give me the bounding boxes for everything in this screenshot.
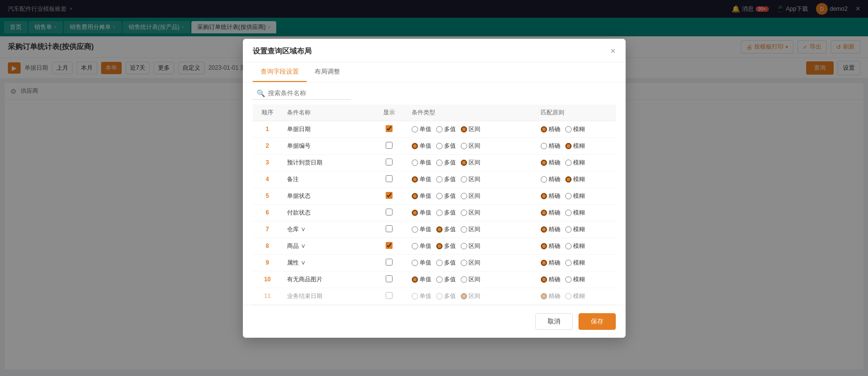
display-checkbox[interactable] (386, 292, 393, 299)
radio-match-exact[interactable]: 精确 (541, 209, 560, 217)
radio-match-fuzzy[interactable]: 模糊 (565, 125, 585, 134)
row-display[interactable] (372, 271, 407, 288)
display-checkbox[interactable] (386, 192, 393, 199)
radio-type-range[interactable]: 区间 (461, 292, 480, 300)
search-input[interactable] (268, 89, 342, 97)
row-match-rule[interactable]: 精确模糊 (536, 171, 615, 188)
radio-match-fuzzy[interactable]: 模糊 (565, 242, 585, 250)
radio-type-multi[interactable]: 多值 (436, 209, 456, 217)
radio-match-exact[interactable]: 精确 (541, 142, 560, 150)
display-checkbox[interactable] (386, 242, 393, 249)
radio-type-range[interactable]: 区间 (461, 159, 480, 167)
row-display[interactable] (372, 238, 407, 254)
radio-type-multi[interactable]: 多值 (436, 192, 456, 200)
radio-type-single[interactable]: 单值 (412, 142, 431, 150)
radio-match-fuzzy[interactable]: 模糊 (565, 159, 585, 167)
radio-match-exact[interactable]: 精确 (541, 125, 560, 134)
radio-match-exact[interactable]: 精确 (541, 192, 560, 200)
radio-type-multi[interactable]: 多值 (436, 259, 456, 267)
row-display[interactable] (372, 121, 407, 137)
radio-type-range[interactable]: 区间 (461, 125, 480, 134)
row-display[interactable] (372, 154, 407, 171)
radio-type-single[interactable]: 单值 (412, 242, 431, 250)
radio-type-single[interactable]: 单值 (412, 159, 431, 167)
radio-match-fuzzy[interactable]: 模糊 (565, 192, 585, 200)
radio-match-exact[interactable]: 精确 (541, 275, 560, 284)
row-display[interactable] (372, 188, 407, 204)
radio-match-fuzzy[interactable]: 模糊 (565, 175, 585, 184)
radio-match-exact[interactable]: 精确 (541, 175, 560, 184)
cancel-button[interactable]: 取消 (535, 313, 573, 330)
radio-type-multi[interactable]: 多值 (436, 292, 456, 300)
row-display[interactable] (372, 171, 407, 188)
row-match-rule[interactable]: 精确模糊 (536, 271, 615, 288)
display-checkbox[interactable] (386, 275, 393, 282)
radio-type-single[interactable]: 单值 (412, 259, 431, 267)
row-condition-type[interactable]: 单值多值区间 (407, 288, 536, 304)
row-match-rule[interactable]: 精确模糊 (536, 121, 615, 137)
row-match-rule[interactable]: 精确模糊 (536, 204, 615, 221)
row-display[interactable] (372, 288, 407, 304)
display-checkbox[interactable] (386, 159, 393, 165)
radio-match-exact[interactable]: 精确 (541, 225, 560, 234)
radio-type-range[interactable]: 区间 (461, 192, 480, 200)
row-display[interactable] (372, 204, 407, 221)
row-match-rule[interactable]: 精确模糊 (536, 238, 615, 254)
radio-type-multi[interactable]: 多值 (436, 125, 456, 134)
row-condition-type[interactable]: 单值多值区间 (407, 171, 536, 188)
display-checkbox[interactable] (386, 125, 393, 132)
radio-type-range[interactable]: 区间 (461, 142, 480, 150)
radio-type-multi[interactable]: 多值 (436, 159, 456, 167)
radio-type-range[interactable]: 区间 (461, 242, 480, 250)
radio-type-range[interactable]: 区间 (461, 209, 480, 217)
radio-type-single[interactable]: 单值 (412, 175, 431, 184)
radio-type-single[interactable]: 单值 (412, 225, 431, 234)
row-match-rule[interactable]: 精确模糊 (536, 137, 615, 154)
display-checkbox[interactable] (386, 225, 393, 232)
radio-match-exact[interactable]: 精确 (541, 292, 560, 300)
dialog-tab-layout[interactable]: 布局调整 (307, 62, 348, 82)
radio-match-fuzzy[interactable]: 模糊 (565, 259, 585, 267)
radio-match-fuzzy[interactable]: 模糊 (565, 292, 585, 300)
row-condition-type[interactable]: 单值多值区间 (407, 121, 536, 137)
radio-type-single[interactable]: 单值 (412, 275, 431, 284)
radio-type-multi[interactable]: 多值 (436, 175, 456, 184)
row-condition-type[interactable]: 单值多值区间 (407, 221, 536, 238)
radio-type-range[interactable]: 区间 (461, 275, 480, 284)
radio-type-multi[interactable]: 多值 (436, 225, 456, 234)
radio-type-single[interactable]: 单值 (412, 209, 431, 217)
radio-match-exact[interactable]: 精确 (541, 242, 560, 250)
row-match-rule[interactable]: 精确模糊 (536, 154, 615, 171)
row-display[interactable] (372, 137, 407, 154)
radio-match-fuzzy[interactable]: 模糊 (565, 225, 585, 234)
row-display[interactable] (372, 221, 407, 238)
radio-type-range[interactable]: 区间 (461, 175, 480, 184)
row-match-rule[interactable]: 精确模糊 (536, 188, 615, 204)
row-match-rule[interactable]: 精确模糊 (536, 288, 615, 304)
radio-type-range[interactable]: 区间 (461, 225, 480, 234)
radio-match-fuzzy[interactable]: 模糊 (565, 142, 585, 150)
row-display[interactable] (372, 254, 407, 271)
row-condition-type[interactable]: 单值多值区间 (407, 254, 536, 271)
radio-match-exact[interactable]: 精确 (541, 259, 560, 267)
row-condition-type[interactable]: 单值多值区间 (407, 154, 536, 171)
display-checkbox[interactable] (386, 175, 393, 182)
radio-type-multi[interactable]: 多值 (436, 142, 456, 150)
row-condition-type[interactable]: 单值多值区间 (407, 271, 536, 288)
row-condition-type[interactable]: 单值多值区间 (407, 238, 536, 254)
row-condition-type[interactable]: 单值多值区间 (407, 188, 536, 204)
radio-type-multi[interactable]: 多值 (436, 275, 456, 284)
display-checkbox[interactable] (386, 259, 393, 266)
radio-type-single[interactable]: 单值 (412, 292, 431, 300)
display-checkbox[interactable] (386, 142, 393, 149)
radio-type-multi[interactable]: 多值 (436, 242, 456, 250)
row-match-rule[interactable]: 精确模糊 (536, 221, 615, 238)
save-button[interactable]: 保存 (579, 313, 616, 330)
radio-match-fuzzy[interactable]: 模糊 (565, 209, 585, 217)
dialog-tab-query-fields[interactable]: 查询字段设置 (253, 62, 307, 82)
radio-type-single[interactable]: 单值 (412, 125, 431, 134)
row-condition-type[interactable]: 单值多值区间 (407, 137, 536, 154)
row-match-rule[interactable]: 精确模糊 (536, 254, 615, 271)
display-checkbox[interactable] (386, 209, 393, 215)
row-condition-type[interactable]: 单值多值区间 (407, 204, 536, 221)
